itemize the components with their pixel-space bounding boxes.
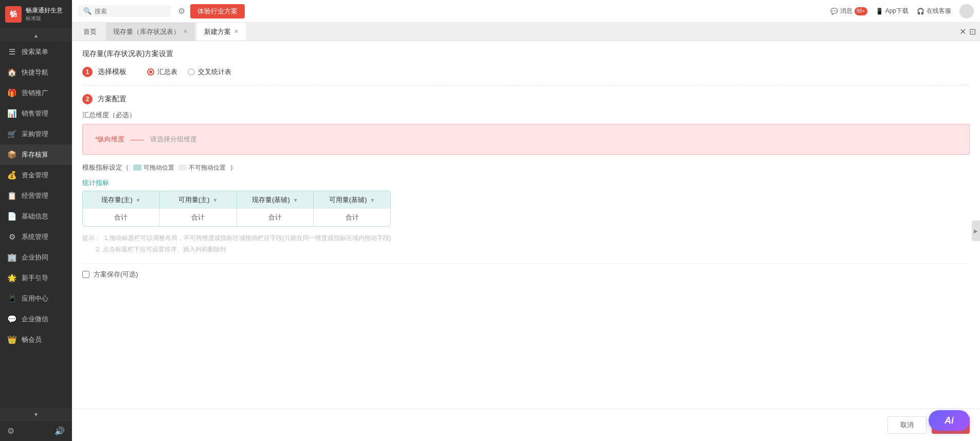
- messages-btn[interactable]: 💬 消息 99+: [830, 7, 867, 15]
- app-download-btn[interactable]: 📱 App下载: [876, 7, 909, 15]
- new-tab-close[interactable]: ✕: [234, 28, 239, 35]
- message-icon: 💬: [830, 8, 838, 15]
- crown-icon: 👑: [7, 335, 16, 344]
- sidebar-item-purchase[interactable]: 🛒 采购管理: [0, 124, 72, 144]
- sidebar-item-app-center[interactable]: 📱 应用中心: [0, 288, 72, 309]
- sidebar-item-member[interactable]: 👑 畅会员: [0, 329, 72, 350]
- section2-header: 2 方案配置: [82, 94, 970, 104]
- stats-col-header-2: 现存量(基辅) ▼: [237, 191, 314, 209]
- cart-icon: 🛒: [7, 130, 16, 139]
- search-input[interactable]: [95, 8, 156, 15]
- inventory-tab-close[interactable]: ✕: [183, 28, 188, 35]
- tabs-bar: 首页 现存量（库存状况表） ✕ 新建方案 ✕ ✕ ⊡: [72, 23, 980, 41]
- stats-body-col-0: 合计: [83, 209, 160, 226]
- sidebar-item-finance[interactable]: 💰 资金管理: [0, 165, 72, 186]
- sidebar-item-search-menu[interactable]: ☰ 搜索菜单: [0, 42, 72, 62]
- stats-col-label-3: 可用量(基辅): [329, 195, 367, 205]
- legend-fixed: 不可拖动位置: [178, 163, 226, 172]
- settings-icon[interactable]: ⚙: [7, 426, 14, 436]
- online-service-btn[interactable]: 🎧 在线客服: [917, 7, 951, 15]
- sidebar-scroll-down[interactable]: ▼: [0, 408, 72, 420]
- tab-inventory[interactable]: 现存量（库存状况表） ✕: [106, 23, 195, 41]
- topbar: 🔍 ⚙ 体验行业方案 💬 消息 99+ 📱 App下载 🎧 在线客服: [72, 0, 980, 23]
- sidebar-item-shortcut-nav[interactable]: 🏠 快捷导航: [0, 62, 72, 83]
- indicator-settings-label: 模板指标设定（ 可拖动位置 不可拖动位置 ）: [82, 163, 970, 172]
- search-icon: 🔍: [83, 7, 92, 15]
- speaker-icon[interactable]: 🔊: [55, 426, 65, 436]
- radio-summary[interactable]: 汇总表: [147, 67, 177, 77]
- tab-home[interactable]: 首页: [76, 23, 104, 41]
- cancel-button[interactable]: 取消: [887, 416, 927, 434]
- radio-summary-label: 汇总表: [157, 67, 177, 77]
- section1-header: 1 选择模板 汇总表 交叉统计表: [82, 67, 970, 77]
- tabs-right: ✕ ⊡: [959, 27, 976, 36]
- headphone-icon: 🎧: [917, 8, 924, 15]
- radio-cross-circle: [188, 68, 195, 76]
- stats-col-label-0: 现存量(主): [101, 195, 133, 205]
- sidebar-item-sales[interactable]: 📊 销售管理: [0, 103, 72, 124]
- trial-btn[interactable]: 体验行业方案: [190, 4, 245, 19]
- stats-col-down-2[interactable]: ▼: [293, 197, 298, 203]
- save-checkbox[interactable]: [82, 271, 89, 278]
- tab-collapse-icon[interactable]: ✕: [959, 27, 966, 36]
- user-avatar[interactable]: [959, 4, 974, 19]
- search-box[interactable]: 🔍: [78, 5, 171, 17]
- doc-icon: 📄: [7, 212, 16, 221]
- legend-fixed-label: 不可拖动位置: [189, 163, 226, 172]
- money-icon: 💰: [7, 171, 16, 180]
- sidebar: 畅 畅康通好生意 标准版 ▲ ☰ 搜索菜单 🏠 快捷导航 🎁 营销推广 📊 销售…: [0, 0, 72, 441]
- sidebar-item-operation[interactable]: 📋 经营管理: [0, 186, 72, 206]
- tab-new-scheme[interactable]: 新建方案 ✕: [197, 23, 246, 41]
- tips-section: 提示： 1.拖动标题栏可以调整布局，不可跨维度或指标区域拖动栏目字段(只能在同一…: [82, 233, 970, 255]
- stats-col-down-0[interactable]: ▼: [136, 197, 141, 203]
- mobile-icon: 📱: [7, 294, 16, 303]
- sidebar-item-enterprise[interactable]: 🏢 企业协同: [0, 247, 72, 268]
- sidebar-item-marketing[interactable]: 🎁 营销推广: [0, 83, 72, 103]
- building-icon: 🏢: [7, 253, 16, 262]
- vertical-dim-separator: ——: [131, 136, 144, 143]
- vertical-dim-placeholder[interactable]: 请选择分组维度: [150, 135, 197, 144]
- sidebar-scroll-up[interactable]: ▲: [0, 29, 72, 42]
- right-collapse-handle[interactable]: ▶: [972, 220, 980, 241]
- sidebar-item-newbie[interactable]: 🌟 新手引导: [0, 268, 72, 288]
- stats-section-label: 统计指标: [82, 178, 970, 188]
- sidebar-item-enterprise-wechat[interactable]: 💬 企业微信: [0, 309, 72, 329]
- new-tab-label: 新建方案: [204, 27, 231, 36]
- stats-body-col-2: 合计: [237, 209, 314, 226]
- summary-dim-label: 汇总维度（必选）: [82, 111, 970, 120]
- topbar-gear-icon[interactable]: ⚙: [178, 6, 185, 16]
- tip-2: 2. 点击标题栏下拉可设置排序、插入列和删除列: [82, 244, 970, 255]
- logo-text: 畅康通好生意 标准版: [26, 7, 63, 22]
- star-icon: 🌟: [7, 273, 16, 283]
- movable-box: [133, 164, 141, 171]
- download-icon: 📱: [876, 8, 883, 15]
- topbar-right: 💬 消息 99+ 📱 App下载 🎧 在线客服: [830, 4, 974, 19]
- legend-movable: 可拖动位置: [133, 163, 174, 172]
- sidebar-item-inventory[interactable]: 📦 库存核算: [0, 144, 72, 165]
- stats-col-label-1: 可用量(主): [178, 195, 210, 205]
- logo-icon: 畅: [5, 6, 22, 23]
- page-title: 现存量(库存状况表)方案设置: [82, 49, 970, 59]
- search-menu-icon: ☰: [7, 47, 16, 57]
- ai-bubble[interactable]: Ai: [929, 410, 970, 431]
- section-template: 1 选择模板 汇总表 交叉统计表: [82, 67, 970, 77]
- stats-body-col-1: 合计: [160, 209, 237, 226]
- chat-icon: 💬: [7, 315, 16, 324]
- box-icon: 📦: [7, 150, 16, 159]
- tab-expand-icon[interactable]: ⊡: [969, 27, 976, 36]
- radio-cross-label: 交叉统计表: [198, 67, 231, 77]
- sidebar-item-system[interactable]: ⚙ 系统管理: [0, 227, 72, 247]
- section1-title: 选择模板: [98, 67, 126, 77]
- sidebar-item-basic-info[interactable]: 📄 基础信息: [0, 206, 72, 227]
- stats-col-down-1[interactable]: ▼: [213, 197, 218, 203]
- inventory-tab-label: 现存量（库存状况表）: [113, 27, 180, 36]
- tip-1: 提示： 1.拖动标题栏可以调整布局，不可跨维度或指标区域拖动栏目字段(只能在同一…: [82, 233, 970, 244]
- legend-movable-label: 可拖动位置: [143, 163, 174, 172]
- stats-col-down-3[interactable]: ▼: [370, 197, 375, 203]
- template-radio-group: 汇总表 交叉统计表: [147, 67, 231, 77]
- save-label: 方案保存(可选): [94, 270, 138, 279]
- stats-col-header-1: 可用量(主) ▼: [160, 191, 237, 209]
- save-row: 方案保存(可选): [82, 263, 970, 285]
- ai-label: Ai: [945, 415, 954, 426]
- radio-cross[interactable]: 交叉统计表: [188, 67, 231, 77]
